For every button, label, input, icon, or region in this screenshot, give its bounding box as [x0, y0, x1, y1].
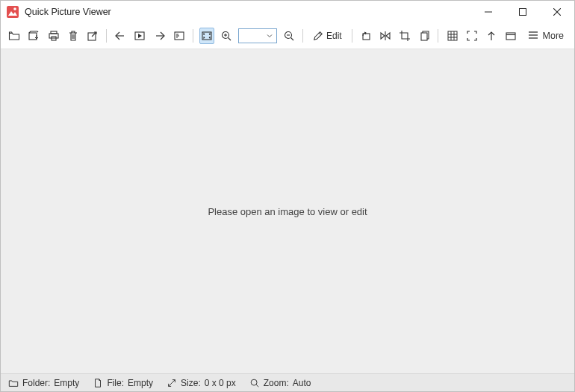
frameless-button[interactable] [503, 28, 518, 44]
svg-marker-35 [386, 33, 390, 39]
svg-rect-36 [421, 33, 427, 40]
app-window: Quick Picture Viewer [0, 0, 575, 392]
svg-rect-10 [49, 34, 58, 38]
checkerboard-button[interactable] [444, 28, 459, 44]
status-folder-value: Empty [54, 378, 79, 388]
svg-line-29 [290, 38, 293, 41]
status-size-label: Size: [181, 378, 201, 388]
status-file: File: Empty [93, 378, 153, 388]
zoom-select[interactable] [238, 28, 276, 43]
svg-line-50 [256, 385, 258, 387]
toolbar-separator [193, 29, 193, 43]
next-button[interactable] [152, 28, 167, 44]
window-title: Quick Picture Viewer [25, 7, 111, 17]
print-button[interactable] [46, 28, 60, 44]
always-on-top-button[interactable] [484, 28, 499, 44]
image-info-button[interactable] [172, 28, 187, 44]
pencil-icon [313, 31, 323, 41]
copy-button[interactable] [417, 28, 432, 44]
minimize-button[interactable] [471, 1, 506, 23]
svg-rect-7 [29, 33, 37, 40]
svg-marker-34 [381, 33, 385, 39]
file-icon [93, 378, 103, 388]
image-canvas: Please open an image to view or edit [1, 49, 574, 373]
status-file-label: File: [107, 378, 124, 388]
maximize-button[interactable] [506, 1, 540, 23]
toolbar: Edit More [1, 23, 574, 49]
toolbar-separator [106, 29, 107, 43]
fullscreen-button[interactable] [464, 28, 479, 44]
toolbar-separator [438, 29, 438, 43]
toolbar-separator [352, 29, 352, 43]
svg-rect-0 [7, 6, 19, 18]
zoom-icon [249, 378, 260, 388]
app-icon [7, 6, 19, 18]
svg-point-2 [13, 7, 16, 10]
svg-rect-4 [520, 9, 526, 16]
status-folder-label: Folder: [22, 378, 50, 388]
edit-label: Edit [326, 31, 342, 41]
fit-to-window-button[interactable] [199, 28, 214, 44]
previous-button[interactable] [113, 28, 128, 44]
canvas-placeholder: Please open an image to view or edit [208, 206, 367, 217]
open-button[interactable] [7, 28, 22, 44]
chevron-down-icon [264, 31, 275, 41]
status-file-value: Empty [128, 378, 153, 388]
svg-rect-37 [448, 31, 457, 40]
dimensions-icon [167, 378, 177, 388]
toolbar-separator [302, 29, 303, 43]
status-zoom: Zoom: Auto [249, 378, 311, 388]
flip-horizontal-button[interactable] [378, 28, 393, 44]
svg-rect-32 [363, 34, 370, 40]
status-folder: Folder: Empty [8, 378, 79, 388]
slideshow-button[interactable] [132, 28, 147, 44]
status-zoom-label: Zoom: [264, 378, 289, 388]
svg-point-49 [251, 379, 257, 385]
svg-line-48 [169, 379, 175, 386]
more-label: More [543, 31, 564, 41]
close-button[interactable] [540, 1, 574, 23]
svg-marker-17 [138, 34, 142, 38]
svg-rect-43 [506, 33, 515, 40]
status-size: Size: 0 x 0 px [167, 378, 236, 388]
status-zoom-value: Auto [293, 378, 311, 388]
delete-button[interactable] [66, 28, 81, 44]
hamburger-icon [528, 30, 538, 43]
zoom-in-button[interactable] [219, 28, 234, 44]
crop-button[interactable] [397, 28, 412, 44]
more-button[interactable]: More [523, 28, 568, 44]
window-controls [471, 1, 574, 23]
external-open-button[interactable] [85, 28, 100, 44]
statusbar: Folder: Empty File: Empty Size: 0 x 0 px… [1, 373, 574, 391]
svg-line-25 [229, 38, 231, 41]
zoom-out-button[interactable] [282, 28, 296, 44]
edit-button[interactable]: Edit [309, 28, 346, 44]
titlebar: Quick Picture Viewer [1, 1, 574, 23]
save-as-button[interactable] [26, 28, 41, 44]
status-size-value: 0 x 0 px [205, 378, 236, 388]
folder-icon [8, 378, 19, 388]
svg-line-31 [319, 33, 321, 35]
rotate-left-button[interactable] [358, 28, 373, 44]
